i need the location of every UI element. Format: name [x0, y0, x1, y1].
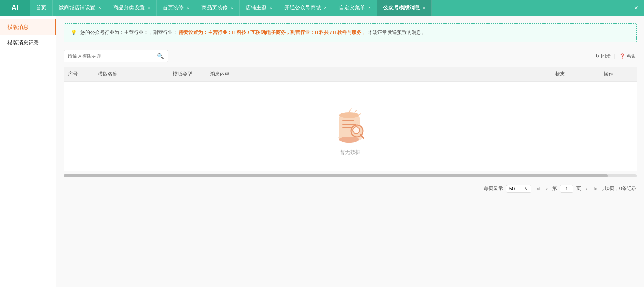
logo: Ai — [0, 0, 30, 16]
col-content: 消息内容 — [206, 67, 551, 82]
page-unit-label: 页 — [576, 185, 581, 192]
notice-box: 💡 您的公众号行业为：主营行业：，副营行业： 需要设置为：主营行业：IT科技 /… — [64, 23, 637, 42]
page-number-input[interactable] — [560, 185, 573, 193]
search-input[interactable] — [68, 53, 157, 59]
sidebar-item-template-msg[interactable]: 模版消息 — [0, 19, 56, 35]
sidebar-item-template-msg-label: 模版消息 — [7, 24, 28, 30]
tab-category-close[interactable]: × — [148, 5, 150, 10]
svg-line-10 — [349, 109, 351, 112]
sidebar-item-template-log[interactable]: 模版消息记录 — [0, 35, 56, 51]
col-index: 序号 — [64, 67, 93, 82]
sync-label: 同步 — [601, 53, 611, 59]
empty-state: 暂无数据 — [64, 82, 637, 171]
tab-weishop-close[interactable]: × — [98, 5, 101, 10]
tab-mall[interactable]: 开通公众号商城 × — [278, 0, 333, 16]
tab-theme-close[interactable]: × — [269, 5, 272, 10]
search-icon[interactable]: 🔍 — [157, 53, 164, 59]
page-size-select[interactable]: 50 10 20 100 ∨ — [506, 185, 531, 193]
svg-point-3 — [339, 137, 359, 143]
tab-bar: Ai 首页 微商城店铺设置 × 商品分类设置 × 首页装修 × 商品页装修 × … — [0, 0, 644, 16]
help-button[interactable]: ❓ 帮助 — [619, 53, 637, 59]
tab-product[interactable]: 商品页装修 × — [195, 0, 240, 16]
table-body: 暂无数据 — [64, 81, 637, 171]
toolbar-divider: | — [614, 53, 616, 59]
tab-home[interactable]: 首页 — [30, 0, 53, 16]
empty-illustration — [328, 104, 373, 149]
prev-page-button[interactable]: ‹ — [545, 185, 549, 192]
tab-tmplmsg-label: 公众号模版消息 — [383, 4, 420, 11]
col-type: 模版类型 — [168, 67, 206, 82]
svg-line-11 — [355, 110, 357, 112]
tab-weishop-label: 微商城店铺设置 — [59, 4, 95, 11]
notice-suffix: 才能正常发送预置的消息。 — [368, 30, 426, 35]
svg-point-8 — [353, 127, 360, 134]
tab-mall-close[interactable]: × — [324, 5, 327, 10]
page-label: 第 — [552, 185, 557, 192]
tab-custmenu-close[interactable]: × — [368, 5, 371, 10]
search-input-wrap: 🔍 — [64, 50, 168, 62]
chevron-down-icon: ∨ — [524, 186, 528, 192]
data-table: 序号 模版名称 模版类型 消息内容 状态 操作 — [64, 67, 637, 171]
table-header: 序号 模版名称 模版类型 消息内容 状态 操作 — [64, 67, 637, 82]
tab-product-close[interactable]: × — [231, 5, 233, 10]
tab-theme-label: 店铺主题 — [246, 4, 266, 11]
tab-mall-label: 开通公众号商城 — [284, 4, 321, 11]
search-bar: 🔍 ↻ 同步 | ❓ 帮助 — [64, 50, 637, 62]
sync-button[interactable]: ↻ 同步 — [595, 53, 611, 59]
tab-product-label: 商品页装修 — [201, 4, 228, 11]
tab-category-label: 商品分类设置 — [113, 4, 145, 11]
col-action: 操作 — [599, 67, 637, 82]
notice-icon: 💡 — [71, 30, 77, 35]
tab-tmplmsg[interactable]: 公众号模版消息 × — [377, 0, 432, 16]
tab-homepage-close[interactable]: × — [187, 5, 189, 10]
tab-custmenu-label: 自定义菜单 — [339, 4, 365, 11]
notice-prefix: 您的公众号行业为：主营行业：，副营行业： — [80, 30, 178, 35]
tab-category[interactable]: 商品分类设置 × — [107, 0, 157, 16]
main-layout: 模版消息 模版消息记录 💡 您的公众号行业为：主营行业：，副营行业： 需要设置为… — [0, 16, 644, 287]
tab-custmenu[interactable]: 自定义菜单 × — [333, 0, 377, 16]
tab-home-label: 首页 — [36, 4, 46, 11]
help-icon: ❓ — [619, 53, 625, 59]
sync-icon: ↻ — [595, 53, 600, 59]
last-page-button[interactable]: ⊳ — [592, 185, 599, 192]
help-label: 帮助 — [627, 53, 637, 59]
tab-bar-close-all[interactable]: × — [628, 0, 644, 16]
total-info: 共0页，0条记录 — [602, 185, 637, 192]
tab-homepage-label: 首页装修 — [163, 4, 184, 11]
svg-point-2 — [339, 112, 359, 118]
toolbar-right: ↻ 同步 | ❓ 帮助 — [595, 53, 637, 59]
table-header-row: 序号 模版名称 模版类型 消息内容 状态 操作 — [64, 67, 637, 82]
page-size-label: 每页显示 — [484, 185, 503, 192]
empty-state-row: 暂无数据 — [64, 81, 637, 171]
empty-text: 暂无数据 — [340, 149, 361, 156]
scrollbar-track[interactable] — [64, 174, 637, 177]
content-area: 💡 您的公众号行业为：主营行业：，副营行业： 需要设置为：主营行业：IT科技 /… — [56, 16, 644, 287]
pagination: 每页显示 50 10 20 100 ∨ ⊲ ‹ 第 页 › ⊳ 共0页，0条记录 — [64, 181, 637, 196]
sidebar: 模版消息 模版消息记录 — [0, 16, 56, 287]
tab-homepage[interactable]: 首页装修 × — [157, 0, 195, 16]
col-status: 状态 — [551, 67, 599, 82]
notice-highlight: 需要设置为：主营行业：IT科技 / 互联网|电子商务，副营行业：IT科技 / I… — [179, 30, 366, 35]
page-size-dropdown[interactable]: 50 10 20 100 — [509, 186, 523, 192]
tab-tmplmsg-close[interactable]: × — [423, 5, 425, 10]
next-page-button[interactable]: › — [584, 185, 589, 192]
scrollbar-thumb[interactable] — [64, 174, 608, 177]
tab-theme[interactable]: 店铺主题 × — [240, 0, 278, 16]
first-page-button[interactable]: ⊲ — [534, 185, 542, 192]
col-name: 模版名称 — [93, 67, 168, 82]
sidebar-item-template-log-label: 模版消息记录 — [7, 40, 39, 46]
tab-weishop[interactable]: 微商城店铺设置 × — [53, 0, 107, 16]
